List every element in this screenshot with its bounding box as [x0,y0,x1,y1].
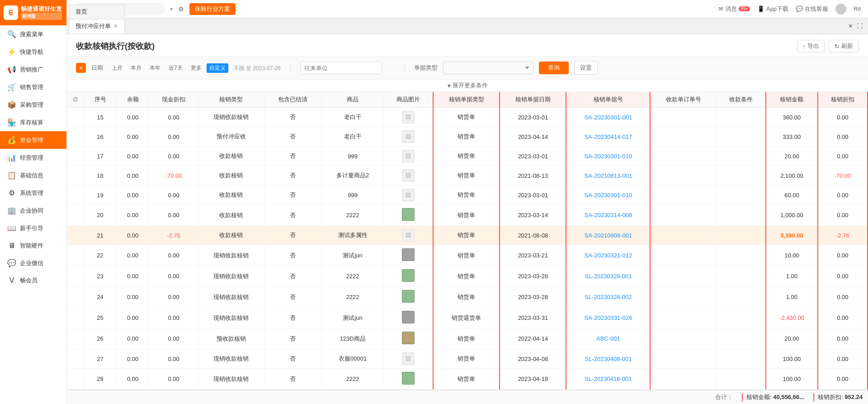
td-verify-discount: -70.00 [818,166,868,185]
td-verify-bill-date: 2021-08-08 [500,226,566,245]
td-product: 123D商品 [321,328,383,349]
td-cash-discount: 0.00 [149,287,198,308]
online-service-button[interactable]: 💬 在线客服 [796,5,828,13]
expand-conditions-button[interactable]: ▾ 展开更多条件 [448,81,488,90]
sidebar-item-search[interactable]: 🔍搜索菜单 [0,25,66,43]
th-settings[interactable]: ⚙ [67,92,84,108]
sidebar-item-wechat[interactable]: 💬企业微信 [0,254,66,272]
avatar[interactable] [835,4,846,14]
sidebar-item-enterprise[interactable]: 🏢企业协同 [0,202,66,219]
td-product: 2222 [321,205,383,226]
td-verify-bill-no[interactable]: SA-20230301-010 [566,185,650,205]
bill-no-link[interactable]: SA-20230321-012 [585,252,632,259]
td-receipt-condition [717,185,766,205]
td-verify-bill-date: 2023-03-01 [500,147,566,166]
bill-no-link[interactable]: SA-20230331-026 [585,314,632,321]
solution-button[interactable]: 休验行业方案 [189,3,236,15]
topbar-chevron-icon[interactable]: ▾ [170,6,173,12]
bill-no-link[interactable]: SL-20230328-002 [585,294,632,300]
sidebar-label-purchase: 采购管理 [20,101,43,109]
filter-expand-button[interactable]: » [76,63,86,73]
td-product: 2222 [321,369,383,390]
expand-tab-icon[interactable]: ⛶ [857,23,863,29]
sidebar-item-member[interactable]: V畅会员 [0,272,66,289]
td-cash-discount: -2.76 [149,226,198,245]
refresh-icon: ↻ [835,43,840,50]
date-last-month[interactable]: 上月 [108,63,126,73]
date-more[interactable]: 更多 [188,63,205,73]
tab-bar: 首页预付冲应付单✕收款核销执行✕ ✕ ⛶ [67,18,868,34]
sidebar-item-inventory[interactable]: 🏪库存核算 [0,114,66,131]
from-unit-input[interactable] [300,62,382,74]
td-receipt-condition [717,147,766,166]
bill-no-link[interactable]: ABC-001 [596,335,620,342]
tab-预付冲应付单[interactable]: 预付冲应付单✕ [69,19,125,33]
bill-no-link[interactable]: SA-20210808-001 [585,232,632,239]
td-cash-discount: 0.00 [149,266,198,287]
bill-no-link[interactable]: SA-20230301-001 [585,114,632,121]
sidebar-item-sales[interactable]: 🛒销售管理 [0,78,66,96]
close-tab-icon[interactable]: ✕ [848,23,853,29]
td-verify-bill-no[interactable]: SL-20230328-001 [566,266,650,287]
date-7days[interactable]: 近7天 [165,63,186,73]
setting-button[interactable]: 设置 [574,61,598,75]
date-this-year[interactable]: 本年 [146,63,164,73]
td-verify-bill-date: 2023-03-28 [500,287,566,308]
sidebar-item-basic[interactable]: 📋基础信息 [0,166,66,184]
td-cash-discount: 0.00 [149,185,198,205]
export-button[interactable]: ↑ 导出 [797,40,826,52]
td-verify-bill-no[interactable]: SA-20210813-001 [566,166,650,185]
sidebar-item-guide[interactable]: 📖新手引导 [0,219,66,237]
td-verify-bill-date: 2023-04-18 [500,369,566,390]
sidebar-label-sales: 销售管理 [20,83,43,91]
app-download-button[interactable]: 📱 App下载 [757,5,788,13]
query-button[interactable]: 查询 [539,62,569,74]
tab-首页[interactable]: 首页 [69,5,125,19]
td-no: 21 [84,226,117,245]
td-verify-bill-no[interactable]: SL-20230418-001 [566,369,650,390]
td-verify-bill-no[interactable]: SA-20230321-012 [566,245,650,266]
td-verify-bill-no[interactable]: ABC-001 [566,328,650,349]
filter-bar: » 日期 上月 本月 本年 近7天 更多 自定义 不限 至 2023-07-26… [67,57,868,80]
date-this-month[interactable]: 本月 [127,63,145,73]
td-verify-bill-no[interactable]: SA-20230414-017 [566,127,650,147]
message-button[interactable]: ✉ 消息 99+ [718,5,750,13]
bill-no-link[interactable]: SA-20210813-001 [585,172,632,179]
sidebar-item-system[interactable]: ⚙系统管理 [0,184,66,202]
topbar-gear-icon[interactable]: ⚙ [178,5,184,13]
bill-no-link[interactable]: SL-20230408-001 [585,356,632,362]
td-verify-bill-no[interactable]: SA-20210808-001 [566,226,650,245]
sidebar-item-finance[interactable]: 💰资金管理 [0,131,66,149]
sidebar-item-quick-nav[interactable]: ⚡快捷导航 [0,43,66,61]
tab-close-1[interactable]: ✕ [113,23,118,29]
refresh-button[interactable]: ↻ 刷新 [829,40,859,52]
td-verify-bill-no[interactable]: SL-20230408-001 [566,349,650,369]
sidebar-item-purchase[interactable]: 📦采购管理 [0,96,66,114]
td-verify-bill-no[interactable]: SA-20230301-010 [566,147,650,166]
td-verify-bill-no[interactable]: SA-20230314-008 [566,205,650,226]
sidebar-item-operations[interactable]: 📊经营管理 [0,149,66,166]
bill-no-link[interactable]: SA-20230414-017 [585,133,632,140]
td-verify-bill-type: 销货单 [433,245,500,266]
td-settings [67,185,84,205]
td-verify-bill-no[interactable]: SL-20230328-002 [566,287,650,308]
td-verify-bill-no[interactable]: SA-20230331-026 [566,308,650,328]
td-receipt-condition [717,349,766,369]
bill-no-link[interactable]: SL-20230328-001 [585,273,632,280]
td-verify-type: 预付冲应收 [198,127,264,147]
td-verify-bill-no[interactable]: SA-20230301-001 [566,108,650,127]
single-type-select[interactable] [443,62,533,74]
bill-no-link[interactable]: SA-20230314-008 [585,212,632,219]
bill-no-link[interactable]: SL-20230418-001 [585,375,632,382]
settings-icon[interactable]: ⚙ [72,95,78,103]
app-logo: 6 畅捷通谱好生意 标准版 [0,0,66,25]
td-no: 28 [84,369,117,390]
bill-no-link[interactable]: SA-20230301-010 [585,153,632,160]
td-product: 多计量商品2 [321,166,383,185]
sidebar-item-marketing[interactable]: 📢营销推广 [0,61,66,78]
date-custom[interactable]: 自定义 [207,63,228,73]
sidebar-item-hardware[interactable]: 🖥智能硬件 [0,237,66,254]
bill-no-link[interactable]: SA-20230301-010 [585,192,632,199]
td-receipt-order-no [650,108,716,127]
td-balance: 0.00 [117,166,149,185]
